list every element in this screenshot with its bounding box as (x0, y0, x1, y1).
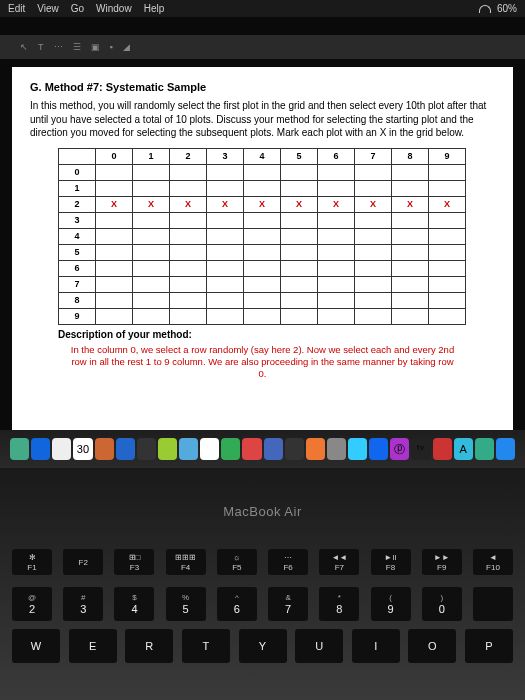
grid-cell (244, 180, 281, 196)
dock-app-icon[interactable]: ⓟ (390, 438, 409, 460)
dock-app-icon[interactable]: ᵗᵛ (411, 438, 430, 460)
grid-cell (318, 244, 355, 260)
toolbar-eraser-icon[interactable]: ◢ (123, 42, 130, 52)
menu-view[interactable]: View (37, 3, 59, 14)
dock: 30ⓟᵗᵛA (0, 430, 525, 468)
number-key[interactable]: )0 (422, 587, 462, 621)
letter-key[interactable]: R (125, 629, 173, 663)
grid-cell (96, 228, 133, 244)
grid-cell (133, 276, 170, 292)
number-key[interactable] (473, 587, 513, 621)
fn-key-row: ✻F1F2⊞□F3⊞⊞⊞F4☼F5⋯F6◄◄F7►IIF8►►F9◄F10 (0, 519, 525, 583)
fn-key[interactable]: ✻F1 (12, 549, 52, 575)
laptop-model-label: MacBook Air (0, 504, 525, 519)
dock-app-icon[interactable] (31, 438, 50, 460)
dock-app-icon[interactable] (10, 438, 29, 460)
toolbar-text-icon[interactable]: T (38, 42, 44, 52)
grid-cell (133, 260, 170, 276)
grid-cell (355, 180, 392, 196)
dock-app-icon[interactable] (306, 438, 325, 460)
dock-app-icon[interactable] (179, 438, 198, 460)
dock-app-icon[interactable] (116, 438, 135, 460)
dock-app-icon[interactable] (264, 438, 283, 460)
fn-key[interactable]: F2 (63, 549, 103, 575)
document-page: G. Method #7: Systematic Sample In this … (12, 67, 513, 457)
dock-app-icon[interactable] (496, 438, 515, 460)
grid-cell (392, 244, 429, 260)
toolbar-view-icon[interactable]: ▣ (91, 42, 100, 52)
dock-app-icon[interactable] (433, 438, 452, 460)
row-header: 5 (59, 244, 96, 260)
menu-go[interactable]: Go (71, 3, 84, 14)
fn-key[interactable]: ►IIF8 (371, 549, 411, 575)
dock-app-icon[interactable] (285, 438, 304, 460)
grid-cell (133, 180, 170, 196)
letter-key[interactable]: W (12, 629, 60, 663)
grid-cell (170, 308, 207, 324)
grid-cell (244, 308, 281, 324)
number-key[interactable]: #3 (63, 587, 103, 621)
number-key[interactable]: *8 (319, 587, 359, 621)
grid-cell: X (244, 196, 281, 212)
dock-app-icon[interactable]: A (454, 438, 473, 460)
dock-app-icon[interactable] (327, 438, 346, 460)
menu-edit[interactable]: Edit (8, 3, 25, 14)
toolbar-page-icon[interactable]: ▪ (110, 42, 113, 52)
grid-cell (207, 244, 244, 260)
description-text: In the column 0, we select a row randoml… (30, 344, 495, 381)
dock-app-icon[interactable] (348, 438, 367, 460)
number-key[interactable]: &7 (268, 587, 308, 621)
number-key[interactable]: @2 (12, 587, 52, 621)
number-key[interactable]: ^6 (217, 587, 257, 621)
grid-cell (429, 180, 466, 196)
letter-key[interactable]: U (295, 629, 343, 663)
table-row: 3 (59, 212, 466, 228)
number-key[interactable]: %5 (166, 587, 206, 621)
dock-app-icon[interactable] (52, 438, 71, 460)
fn-key[interactable]: ☼F5 (217, 549, 257, 575)
menu-help[interactable]: Help (144, 3, 165, 14)
dock-app-icon[interactable]: 30 (73, 438, 92, 460)
row-header: 7 (59, 276, 96, 292)
dock-app-icon[interactable] (137, 438, 156, 460)
number-key[interactable]: $4 (114, 587, 154, 621)
fn-key[interactable]: ◄F10 (473, 549, 513, 575)
fn-key[interactable]: ⊞⊞⊞F4 (166, 549, 206, 575)
number-key[interactable]: (9 (371, 587, 411, 621)
grid-cell (281, 228, 318, 244)
grid-cell (392, 228, 429, 244)
dock-app-icon[interactable] (200, 438, 219, 460)
letter-key[interactable]: Y (239, 629, 287, 663)
grid-cell (281, 180, 318, 196)
grid-cell (281, 212, 318, 228)
grid-cell (281, 260, 318, 276)
fn-key[interactable]: ◄◄F7 (319, 549, 359, 575)
row-header: 8 (59, 292, 96, 308)
wifi-icon[interactable] (479, 5, 491, 13)
fn-key[interactable]: ⋯F6 (268, 549, 308, 575)
dock-app-icon[interactable] (95, 438, 114, 460)
dock-app-icon[interactable] (369, 438, 388, 460)
dock-app-icon[interactable] (158, 438, 177, 460)
dock-app-icon[interactable] (242, 438, 261, 460)
grid-cell (392, 308, 429, 324)
grid-cell (244, 228, 281, 244)
fn-key[interactable]: ►►F9 (422, 549, 462, 575)
letter-key[interactable]: T (182, 629, 230, 663)
letter-key[interactable]: O (408, 629, 456, 663)
grid-cell (355, 164, 392, 180)
grid-cell: X (355, 196, 392, 212)
menu-window[interactable]: Window (96, 3, 132, 14)
fn-key[interactable]: ⊞□F3 (114, 549, 154, 575)
grid-cell (392, 292, 429, 308)
toolbar-cursor-icon[interactable]: ↖ (20, 42, 28, 52)
row-header: 1 (59, 180, 96, 196)
toolbar-list-icon[interactable]: ☰ (73, 42, 81, 52)
dock-app-icon[interactable] (475, 438, 494, 460)
grid-cell (244, 164, 281, 180)
letter-key[interactable]: I (352, 629, 400, 663)
dock-app-icon[interactable] (221, 438, 240, 460)
table-row: 4 (59, 228, 466, 244)
letter-key[interactable]: E (69, 629, 117, 663)
letter-key[interactable]: P (465, 629, 513, 663)
